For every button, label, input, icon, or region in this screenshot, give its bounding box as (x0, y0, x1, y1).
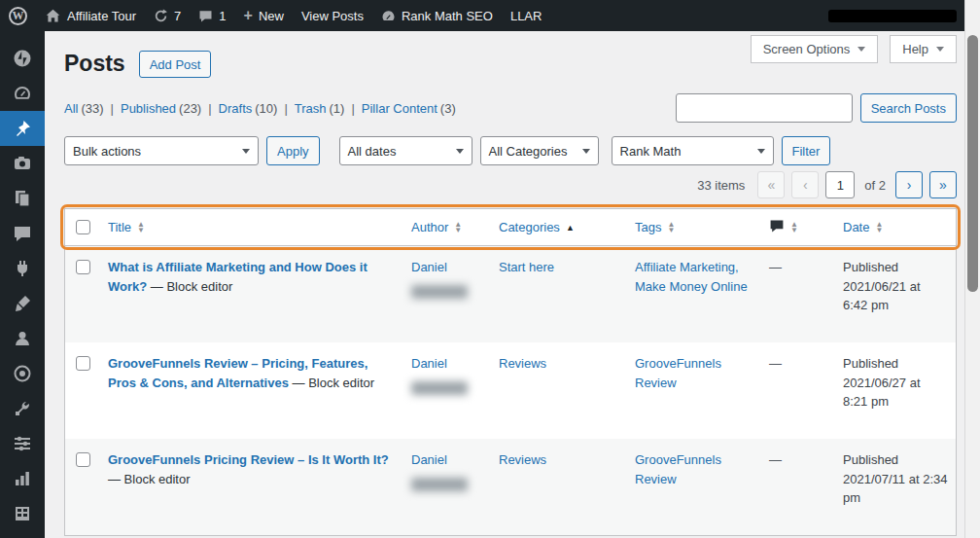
title-cell: What is Affiliate Marketing and How Does… (100, 246, 403, 342)
category-link[interactable]: Reviews (499, 356, 546, 371)
row-checkbox[interactable] (76, 452, 90, 467)
dates-filter-select[interactable]: All dates (339, 136, 472, 165)
date-cell: Published 2021/07/11 at 2:34 pm (835, 439, 956, 535)
pagination-bar: 33 items « ‹ of 2 › » (64, 170, 957, 199)
dates-filter-value: All dates (348, 144, 397, 159)
header-author: Author▲▼ (403, 220, 491, 234)
categories-filter-select[interactable]: All Categories (480, 136, 599, 165)
table-body: What is Affiliate Marketing and How Does… (65, 246, 956, 535)
views-row: All(33)| Published(23)| Drafts(10)| Tras… (64, 93, 957, 123)
next-page-button[interactable]: › (895, 171, 923, 198)
row-checkbox[interactable] (76, 356, 90, 371)
sidebar-item-table-plugin[interactable] (0, 496, 45, 531)
sort-desc-icon: ▼ (790, 228, 798, 233)
scrollbar-thumb[interactable] (967, 35, 978, 292)
screen-meta: Screen Options Help (751, 35, 957, 63)
updates-menu[interactable]: 7 (145, 0, 190, 31)
plug-icon (13, 259, 32, 278)
tags-link[interactable]: Affiliate Marketing, Make Money Online (635, 260, 748, 294)
header-checkbox-cell (65, 220, 100, 234)
sort-desc-icon: ▼ (454, 228, 462, 233)
last-page-button[interactable]: » (929, 171, 957, 198)
comment-bubble-icon (769, 218, 785, 236)
llar-menu[interactable]: LLAR (502, 0, 551, 31)
previous-page-button[interactable]: ‹ (791, 171, 819, 198)
category-link[interactable]: Reviews (499, 452, 546, 467)
sidebar-item-seo[interactable] (0, 356, 45, 391)
post-date-label: 2021/06/27 at 8:21 pm (843, 374, 948, 412)
separator: | (284, 101, 287, 116)
search-input[interactable] (676, 93, 853, 123)
view-link-all[interactable]: All (64, 101, 78, 116)
sidebar-item-dashboard[interactable] (0, 76, 45, 111)
sort-icons: ▲▼ (454, 222, 462, 233)
sidebar-item-settings[interactable] (0, 426, 45, 461)
author-link[interactable]: Daniel (411, 356, 447, 371)
category-link[interactable]: Start here (499, 260, 554, 274)
sidebar-item-comments[interactable] (0, 216, 45, 251)
first-page-button[interactable]: « (757, 171, 785, 198)
sort-desc-icon: ▼ (137, 228, 145, 233)
sort-by-comments[interactable]: ▲▼ (769, 218, 798, 236)
header-comments: ▲▼ (761, 218, 835, 236)
sidebar-item-analytics[interactable] (0, 461, 45, 496)
view-posts-menu[interactable]: View Posts (293, 0, 372, 31)
new-menu[interactable]: + New (235, 0, 293, 31)
comments-cell: — (761, 342, 835, 439)
sort-icons: ▲▼ (137, 222, 145, 233)
apply-button[interactable]: Apply (266, 136, 320, 165)
sidebar-item-jetpack[interactable] (0, 41, 45, 76)
sort-by-author[interactable]: Author▲▼ (411, 220, 462, 234)
sidebar-item-pages[interactable] (0, 181, 45, 216)
author-link[interactable]: Daniel (411, 260, 447, 274)
filters-row: Bulk actions Apply All dates All Categor… (64, 136, 957, 165)
sort-by-title[interactable]: Title▲▼ (108, 220, 145, 234)
post-date-label: 2021/06/21 at 6:42 pm (843, 277, 948, 315)
tags-link[interactable]: GrooveFunnels Review (635, 356, 721, 390)
row-checkbox-cell (65, 246, 100, 342)
sidebar-item-plugins[interactable] (0, 251, 45, 286)
screen-options-button[interactable]: Screen Options (751, 35, 879, 63)
add-post-button[interactable]: Add Post (139, 51, 212, 78)
filter-button[interactable]: Filter (782, 136, 831, 165)
sidebar-item-posts[interactable] (0, 111, 45, 146)
pushpin-posts-icon (13, 119, 32, 138)
view-link-published[interactable]: Published (121, 101, 176, 116)
rank-math-menu[interactable]: Rank Math SEO (372, 0, 502, 31)
sort-desc-icon: ▼ (667, 228, 675, 233)
site-name-menu[interactable]: Affiliate Tour (36, 0, 145, 31)
view-link-pillar-content[interactable]: Pillar Content (362, 101, 438, 116)
comments-count: 1 (219, 9, 226, 23)
author-link[interactable]: Daniel (411, 452, 447, 467)
help-button[interactable]: Help (890, 35, 957, 63)
current-page-input[interactable] (825, 171, 855, 198)
chevron-down-icon (456, 149, 464, 154)
post-title-link[interactable]: GrooveFunnels Pricing Review – Is It Wor… (108, 452, 389, 467)
sidebar-item-media[interactable] (0, 146, 45, 181)
table-header-row: Title▲▼ Author▲▼ Categories▲ Tags▲▼ ▲▼ D… (65, 209, 956, 246)
view-link-trash[interactable]: Trash (295, 101, 327, 116)
rank-math-filter-select[interactable]: Rank Math (612, 136, 774, 165)
comments-menu[interactable]: 1 (190, 0, 234, 31)
sort-by-date[interactable]: Date▲▼ (843, 220, 883, 234)
comment-bubble-icon (198, 9, 213, 23)
sidebar-item-users[interactable] (0, 321, 45, 356)
sidebar-item-tools[interactable] (0, 391, 45, 426)
wp-logo-menu[interactable]: W (0, 0, 36, 31)
screen-options-label: Screen Options (763, 42, 851, 56)
header-categories: Categories▲ (491, 220, 627, 234)
search-posts-button[interactable]: Search Posts (860, 93, 957, 123)
vertical-scrollbar[interactable] (964, 0, 980, 538)
bulk-actions-select[interactable]: Bulk actions (64, 136, 259, 165)
sidebar-item-appearance[interactable] (0, 286, 45, 321)
select-all-checkbox[interactable] (76, 220, 90, 234)
sort-by-tags[interactable]: Tags▲▼ (635, 220, 675, 234)
sort-by-categories[interactable]: Categories▲ (499, 220, 575, 234)
header-tags: Tags▲▼ (627, 220, 761, 234)
view-link-drafts[interactable]: Drafts (219, 101, 253, 116)
tags-link[interactable]: GrooveFunnels Review (635, 452, 721, 486)
items-count-label: 33 items (697, 178, 745, 193)
view-count-published: (23) (179, 101, 201, 116)
row-checkbox[interactable] (76, 260, 90, 274)
table-row: GrooveFunnels Review – Pricing, Features… (65, 342, 956, 439)
